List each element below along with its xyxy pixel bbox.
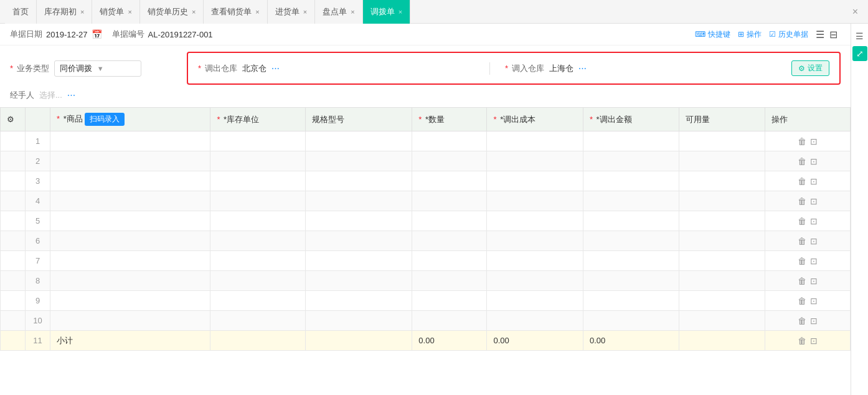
row-product-cell[interactable]	[50, 191, 210, 211]
row-amount-cell[interactable]	[583, 191, 679, 211]
row-spec-cell[interactable]	[305, 191, 412, 211]
business-type-select[interactable]: 同价调拨 ▼	[54, 60, 141, 77]
tab-inventory-init[interactable]: 库存期初 ×	[37, 0, 92, 24]
row-qty-cell[interactable]	[412, 311, 487, 331]
row-cost-cell[interactable]	[487, 291, 583, 311]
row-unit-cell[interactable]	[210, 271, 305, 291]
copy-icon[interactable]: ⊡	[810, 216, 818, 226]
row-qty-cell[interactable]	[412, 251, 487, 271]
row-amount-cell[interactable]	[583, 211, 679, 231]
row-spec-cell[interactable]	[305, 251, 412, 271]
row-unit-cell[interactable]	[210, 311, 305, 331]
operation-btn[interactable]: ⊞ 操作	[738, 29, 762, 40]
row-cost-cell[interactable]	[487, 171, 583, 191]
row-unit-cell[interactable]	[210, 191, 305, 211]
warehouse-settings-btn[interactable]: ⚙ 设置	[791, 60, 829, 76]
tab-sales-order[interactable]: 销货单 ×	[92, 0, 139, 24]
row-product-cell[interactable]	[50, 131, 210, 151]
table-view-btn[interactable]: ⊟	[829, 29, 841, 40]
row-product-cell[interactable]	[50, 211, 210, 231]
tab-sales-order-close[interactable]: ×	[128, 8, 131, 16]
sidebar-list-btn[interactable]: ☰	[852, 29, 867, 44]
row-qty-cell[interactable]	[412, 291, 487, 311]
tab-sales-history[interactable]: 销货单历史 ×	[140, 0, 204, 24]
row-amount-cell[interactable]	[583, 171, 679, 191]
row-cost-cell[interactable]	[487, 251, 583, 271]
warehouse-out-more-btn[interactable]: ···	[271, 64, 280, 74]
tab-transfer-close[interactable]: ×	[399, 8, 402, 16]
row-unit-cell[interactable]	[210, 131, 305, 151]
row-product-cell[interactable]	[50, 311, 210, 331]
row-amount-cell[interactable]	[583, 311, 679, 331]
row-product-cell[interactable]	[50, 151, 210, 171]
copy-icon[interactable]: ⊡	[810, 256, 818, 266]
copy-icon[interactable]: ⊡	[810, 196, 818, 206]
copy-icon[interactable]: ⊡	[810, 276, 818, 286]
row-unit-cell[interactable]	[210, 171, 305, 191]
tab-sales-history-close[interactable]: ×	[192, 8, 196, 16]
tab-home[interactable]: 首页	[5, 0, 37, 24]
row-unit-cell[interactable]	[210, 211, 305, 231]
shortcut-btn[interactable]: ⌨ 快捷键	[695, 29, 730, 40]
row-spec-cell[interactable]	[305, 131, 412, 151]
row-product-cell[interactable]	[50, 251, 210, 271]
row-spec-cell[interactable]	[305, 311, 412, 331]
delete-icon[interactable]: 🗑	[798, 196, 806, 206]
row-unit-cell[interactable]	[210, 151, 305, 171]
person-placeholder[interactable]: 选择...	[39, 90, 62, 101]
delete-icon[interactable]: 🗑	[798, 136, 806, 146]
row-product-cell[interactable]	[50, 271, 210, 291]
row-qty-cell[interactable]	[412, 171, 487, 191]
copy-icon[interactable]: ⊡	[810, 296, 818, 306]
row-amount-cell[interactable]	[583, 291, 679, 311]
global-close-button[interactable]: ×	[847, 6, 863, 17]
warehouse-in-more-btn[interactable]: ···	[578, 64, 587, 74]
history-btn[interactable]: ☑ 历史单据	[769, 29, 808, 40]
delete-icon[interactable]: 🗑	[798, 296, 806, 306]
row-amount-cell[interactable]	[583, 131, 679, 151]
row-cost-cell[interactable]	[487, 151, 583, 171]
row-product-cell[interactable]	[50, 171, 210, 191]
copy-icon[interactable]: ⊡	[810, 236, 818, 246]
row-unit-cell[interactable]	[210, 251, 305, 271]
copy-icon[interactable]: ⊡	[810, 336, 818, 346]
tab-inventory-init-close[interactable]: ×	[80, 8, 84, 16]
copy-icon[interactable]: ⊡	[810, 316, 818, 326]
row-qty-cell[interactable]	[412, 211, 487, 231]
calendar-icon[interactable]: 📅	[92, 29, 102, 39]
row-spec-cell[interactable]	[305, 151, 412, 171]
row-amount-cell[interactable]	[583, 251, 679, 271]
tab-view-sales[interactable]: 查看销货单 ×	[204, 0, 267, 24]
scan-entry-btn[interactable]: 扫码录入	[85, 113, 125, 126]
delete-icon[interactable]: 🗑	[798, 176, 806, 186]
row-qty-cell[interactable]	[412, 191, 487, 211]
row-spec-cell[interactable]	[305, 231, 412, 251]
tab-purchase[interactable]: 进货单 ×	[268, 0, 315, 24]
row-amount-cell[interactable]	[583, 271, 679, 291]
sidebar-expand-btn[interactable]: ⤢	[852, 46, 867, 61]
row-amount-cell[interactable]	[583, 231, 679, 251]
row-spec-cell[interactable]	[305, 271, 412, 291]
delete-icon[interactable]: 🗑	[798, 316, 806, 326]
row-cost-cell[interactable]	[487, 211, 583, 231]
row-qty-cell[interactable]	[412, 271, 487, 291]
copy-icon[interactable]: ⊡	[810, 176, 818, 186]
row-qty-cell[interactable]	[412, 231, 487, 251]
delete-icon[interactable]: 🗑	[798, 236, 806, 246]
th-settings[interactable]: ⚙	[1, 108, 26, 131]
row-cost-cell[interactable]	[487, 311, 583, 331]
row-amount-cell[interactable]	[583, 151, 679, 171]
row-spec-cell[interactable]	[305, 211, 412, 231]
tab-purchase-close[interactable]: ×	[303, 8, 307, 16]
row-cost-cell[interactable]	[487, 191, 583, 211]
delete-icon[interactable]: 🗑	[798, 156, 806, 166]
tab-transfer[interactable]: 调拨单 ×	[363, 0, 410, 24]
row-product-cell[interactable]	[50, 231, 210, 251]
delete-icon[interactable]: 🗑	[798, 276, 806, 286]
delete-icon[interactable]: 🗑	[798, 336, 806, 346]
delete-icon[interactable]: 🗑	[798, 256, 806, 266]
tab-stocktake-close[interactable]: ×	[351, 8, 354, 16]
copy-icon[interactable]: ⊡	[810, 136, 818, 146]
row-spec-cell[interactable]	[305, 291, 412, 311]
row-qty-cell[interactable]	[412, 131, 487, 151]
